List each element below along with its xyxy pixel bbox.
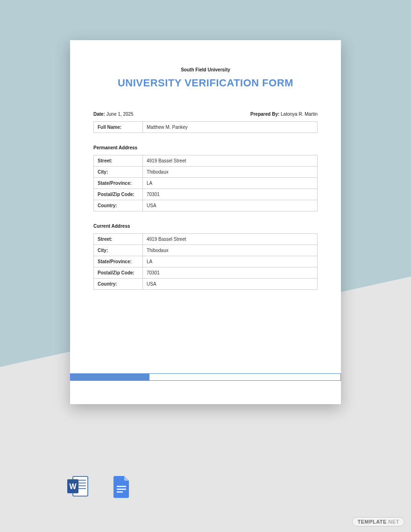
row-label: Country:	[94, 200, 143, 211]
watermark-brand: TEMPLATE	[357, 519, 386, 525]
university-name: South Field University	[93, 67, 318, 72]
row-label: City:	[94, 167, 143, 178]
table-row: Postal/Zip Code:70301	[94, 267, 318, 279]
fullname-value: Matthew M. Pankey	[143, 122, 318, 133]
current-table: Street:4919 Bassel Street City:Thibodaux…	[93, 233, 318, 290]
svg-rect-7	[117, 486, 126, 487]
table-row: Postal/Zip Code:70301	[94, 189, 318, 200]
svg-rect-8	[117, 489, 126, 490]
prepared-label: Prepared By:	[250, 112, 279, 117]
row-value: LA	[143, 178, 318, 189]
table-row: State/Province:LA	[94, 256, 318, 267]
table-row: Country:USA	[94, 200, 318, 211]
date-field: Date: June 1, 2025	[93, 112, 134, 117]
table-row: City:Thibodaux	[94, 245, 318, 256]
row-label: Postal/Zip Code:	[94, 189, 143, 200]
meta-row: Date: June 1, 2025 Prepared By: Latonya …	[93, 112, 318, 117]
form-title: UNIVERSITY VERIFICATION FORM	[93, 77, 318, 89]
row-value: Thibodaux	[143, 167, 318, 178]
svg-text:W: W	[69, 483, 77, 490]
footer-accent	[70, 373, 149, 381]
document-page: South Field University UNIVERSITY VERIFI…	[70, 40, 341, 404]
row-value: USA	[143, 279, 318, 290]
row-value: 4919 Bassel Street	[143, 234, 318, 245]
row-label: Country:	[94, 279, 143, 290]
row-label: State/Province:	[94, 256, 143, 267]
fullname-table: Full Name: Matthew M. Pankey	[93, 121, 318, 133]
row-value: USA	[143, 200, 318, 211]
row-value: Thibodaux	[143, 245, 318, 256]
google-docs-icon[interactable]	[109, 474, 135, 499]
row-label: Street:	[94, 234, 143, 245]
svg-rect-9	[117, 491, 123, 493]
watermark-tld: .NET	[387, 519, 399, 525]
row-label: State/Province:	[94, 178, 143, 189]
table-row: City:Thibodaux	[94, 167, 318, 178]
date-value: June 1, 2025	[106, 112, 134, 117]
prepared-value: Latonya R. Martin	[281, 112, 318, 117]
watermark: TEMPLATE.NET	[352, 517, 404, 526]
word-icon[interactable]: W	[65, 474, 91, 499]
download-icons: W	[65, 474, 135, 499]
fullname-label: Full Name:	[94, 122, 143, 133]
footer-track	[149, 373, 341, 381]
row-value: LA	[143, 256, 318, 267]
table-row: Country:USA	[94, 279, 318, 290]
row-value: 70301	[143, 189, 318, 200]
row-label: Street:	[94, 155, 143, 167]
row-value: 4919 Bassel Street	[143, 155, 318, 167]
current-heading: Current Address	[93, 224, 318, 229]
row-value: 70301	[143, 267, 318, 279]
footer-bar	[70, 373, 341, 381]
row-label: City:	[94, 245, 143, 256]
permanent-table: Street:4919 Bassel Street City:Thibodaux…	[93, 155, 318, 211]
date-label: Date:	[93, 112, 105, 117]
prepared-field: Prepared By: Latonya R. Martin	[250, 112, 318, 117]
table-row: Street:4919 Bassel Street	[94, 155, 318, 167]
row-label: Postal/Zip Code:	[94, 267, 143, 279]
table-row: Full Name: Matthew M. Pankey	[94, 122, 318, 133]
permanent-heading: Permanent Address	[93, 145, 318, 150]
table-row: State/Province:LA	[94, 178, 318, 189]
table-row: Street:4919 Bassel Street	[94, 234, 318, 245]
